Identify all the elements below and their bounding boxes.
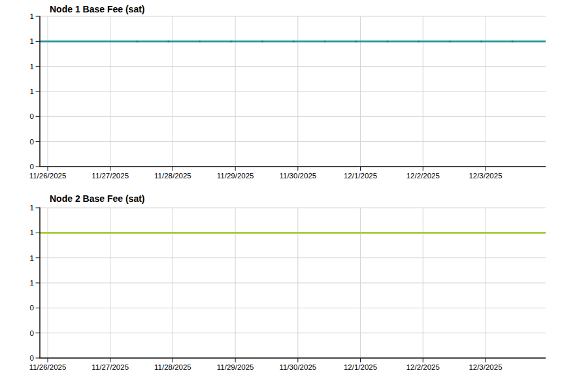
x-tick-label: 12/3/2025 [469, 172, 502, 180]
x-tick-label: 11/27/2025 [91, 172, 129, 180]
y-tick-label: 0 [30, 112, 34, 120]
x-tick-label: 12/3/2025 [469, 363, 502, 371]
y-tick-label: 0 [30, 163, 34, 171]
chart2-title: Node 2 Base Fee (sat) [50, 193, 145, 204]
series-marker [355, 41, 357, 42]
y-tick-label: 1 [30, 229, 34, 237]
y-tick-label: 0 [30, 354, 34, 362]
x-tick-label: 11/30/2025 [279, 172, 316, 180]
y-tick-label: 0 [30, 329, 34, 337]
x-tick-label: 12/2/2025 [406, 363, 440, 371]
charts-svg: 111100011/26/202511/27/202511/28/202511/… [0, 0, 562, 392]
y-tick-label: 1 [30, 63, 34, 71]
series-marker [449, 41, 451, 42]
y-tick-label: 1 [30, 88, 34, 95]
y-tick-label: 0 [30, 138, 34, 146]
base-fee-dashboard: 111100011/26/202511/27/202511/28/202511/… [0, 0, 562, 392]
x-tick-label: 11/28/2025 [154, 172, 191, 180]
series-marker [418, 41, 420, 42]
series-marker [386, 41, 388, 42]
x-tick-label: 11/27/2025 [91, 363, 129, 371]
series-marker [167, 41, 169, 42]
series-marker [199, 41, 201, 42]
series-marker [512, 41, 514, 42]
chart1-title: Node 1 Base Fee (sat) [50, 4, 145, 14]
x-tick-label: 11/28/2025 [154, 363, 191, 371]
y-tick-label: 0 [30, 304, 34, 312]
x-tick-label: 11/29/2025 [217, 172, 254, 180]
chart-node1-base-fee: 111100011/26/202511/27/202511/28/202511/… [29, 12, 546, 180]
y-tick-label: 1 [30, 279, 34, 287]
series-marker [480, 41, 482, 42]
chart-node2-base-fee: 111100011/26/202511/27/202511/28/202511/… [29, 204, 546, 371]
x-tick-label: 11/26/2025 [29, 363, 67, 371]
y-tick-label: 1 [30, 204, 34, 212]
x-tick-label: 12/1/2025 [344, 363, 377, 371]
series-marker [230, 41, 232, 42]
series-marker [293, 41, 295, 42]
series-marker [136, 41, 138, 42]
x-tick-label: 11/26/2025 [29, 172, 67, 180]
x-tick-label: 12/2/2025 [406, 172, 440, 180]
y-tick-label: 1 [30, 254, 34, 262]
x-tick-label: 12/1/2025 [344, 172, 377, 180]
series-marker [261, 41, 263, 42]
x-tick-label: 11/29/2025 [217, 363, 254, 371]
series-marker [324, 41, 326, 42]
y-tick-label: 1 [30, 37, 34, 45]
x-tick-label: 11/30/2025 [279, 363, 316, 371]
y-tick-label: 1 [30, 12, 34, 20]
